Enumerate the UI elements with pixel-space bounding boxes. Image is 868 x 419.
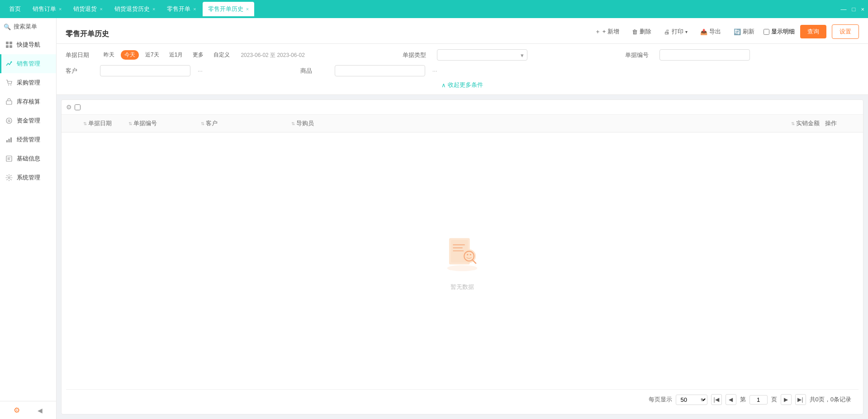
date-btn-today[interactable]: 今天 <box>121 50 139 60</box>
page-num-input[interactable] <box>749 395 768 405</box>
th-amount-label: 实销金额 <box>796 119 820 127</box>
svg-point-4 <box>11 61 12 63</box>
show-detail-checkbox[interactable]: 显示明细 <box>764 28 795 36</box>
window-maximize[interactable]: □ <box>852 6 856 13</box>
tab-retail-open-history-close[interactable]: × <box>246 6 249 12</box>
date-btn-custom[interactable]: 自定义 <box>210 50 233 60</box>
th-spacer <box>343 115 777 132</box>
date-btn-more[interactable]: 更多 <box>189 50 207 60</box>
svg-rect-3 <box>9 45 12 48</box>
select-all-checkbox[interactable] <box>75 104 81 110</box>
th-num[interactable]: ⇅ 单据编号 <box>126 115 198 132</box>
tab-sales-return[interactable]: 销货退货 × <box>68 2 108 16</box>
refresh-label: 刷新 <box>743 28 754 36</box>
doc-num-filter-label: 单据编号 <box>625 51 652 59</box>
sidebar-item-operations[interactable]: 经营管理 <box>0 130 56 149</box>
table-header: ⇅ 单据日期 ⇅ 单据编号 ⇅ 客户 ⇅ 导购员 ⇅ 实销 <box>62 115 863 132</box>
sidebar-search[interactable]: 🔍 搜索菜单 <box>0 18 56 35</box>
svg-line-22 <box>473 260 476 264</box>
svg-rect-1 <box>9 42 12 44</box>
per-page-select[interactable]: 50 100 200 <box>676 395 707 405</box>
tab-home[interactable]: 首页 <box>4 2 26 16</box>
page-label2: 页 <box>771 395 777 404</box>
basic-info-icon <box>5 155 13 163</box>
purchase-mgmt-icon <box>5 79 13 87</box>
svg-point-23 <box>467 254 468 255</box>
empty-state: 暂无数据 <box>62 132 863 389</box>
svg-rect-11 <box>10 137 12 142</box>
doc-type-select[interactable] <box>437 49 527 61</box>
per-page-label: 每页显示 <box>649 395 672 404</box>
search-icon: 🔍 <box>4 24 11 30</box>
tab-sales-return-close[interactable]: × <box>100 6 102 12</box>
last-page-btn[interactable]: ▶| <box>795 394 806 405</box>
date-btn-yesterday[interactable]: 昨天 <box>100 50 118 60</box>
tab-sales-return-history-close[interactable]: × <box>152 6 155 12</box>
sidebar-item-sales-mgmt[interactable]: 销售管理 <box>0 54 56 73</box>
tab-home-label: 首页 <box>9 5 21 13</box>
sidebar-item-sys-mgmt-label: 系统管理 <box>17 174 40 182</box>
th-amount[interactable]: ⇅ 实销金额 <box>777 115 822 132</box>
show-detail-input[interactable] <box>764 29 769 35</box>
query-button[interactable]: 查询 <box>800 25 826 38</box>
date-btn-1month[interactable]: 近1月 <box>166 50 187 60</box>
window-close[interactable]: × <box>861 6 864 13</box>
svg-point-14 <box>447 265 478 271</box>
sidebar-item-finance-label: 资金管理 <box>17 117 40 125</box>
filter-row-2: 客户 ··· 商品 ··· <box>66 65 859 76</box>
tab-sales-order-close[interactable]: × <box>59 6 62 12</box>
export-label: 导出 <box>709 28 721 36</box>
th-action-label: 操作 <box>825 119 837 127</box>
svg-point-6 <box>10 85 11 85</box>
th-customer[interactable]: ⇅ 客户 <box>198 115 289 132</box>
tab-retail-open-close[interactable]: × <box>193 6 196 12</box>
tab-sales-return-history[interactable]: 销货退货历史 × <box>109 2 161 16</box>
date-btn-7days[interactable]: 近7天 <box>142 50 163 60</box>
sidebar-collapse-btn[interactable]: ◀ <box>38 407 43 414</box>
delete-button[interactable]: 🗑 删除 <box>628 26 655 38</box>
empty-illustration <box>440 231 485 276</box>
sidebar-item-purchase-mgmt[interactable]: 采购管理 <box>0 73 56 92</box>
print-button[interactable]: 🖨 打印 ▾ <box>660 26 691 38</box>
th-checkbox <box>66 115 81 132</box>
sidebar-item-inventory[interactable]: 库存核算 <box>0 92 56 111</box>
collapse-button[interactable]: ∧ 收起更多条件 <box>66 81 859 89</box>
goods-input[interactable] <box>335 65 425 76</box>
tab-retail-open[interactable]: 零售开单 × <box>161 2 201 16</box>
prev-page-btn[interactable]: ◀ <box>726 394 736 405</box>
sidebar-item-operations-label: 经营管理 <box>17 136 40 144</box>
sidebar-settings-btn[interactable]: ⚙ <box>14 406 20 414</box>
sidebar-item-quick-nav[interactable]: 快捷导航 <box>0 35 56 54</box>
customer-input[interactable] <box>100 65 190 76</box>
table-settings-icon[interactable]: ⚙ <box>66 104 72 111</box>
add-button[interactable]: ＋ + 新增 <box>591 26 623 38</box>
th-num-sort-icon: ⇅ <box>128 121 132 126</box>
sidebar-item-finance[interactable]: 资金管理 <box>0 111 56 130</box>
sidebar-item-basic-info[interactable]: 基础信息 <box>0 149 56 168</box>
window-minimize[interactable]: — <box>841 6 847 13</box>
sidebar-item-basic-info-label: 基础信息 <box>17 155 40 163</box>
tab-sales-order-label: 销售订单 <box>33 5 56 13</box>
first-page-btn[interactable]: |◀ <box>711 394 722 405</box>
th-date[interactable]: ⇅ 单据日期 <box>81 115 126 132</box>
customer-dots[interactable]: ··· <box>198 67 203 74</box>
tab-sales-order[interactable]: 销售订单 × <box>27 2 67 16</box>
query-label: 查询 <box>807 28 819 36</box>
sidebar-item-sys-mgmt[interactable]: 系统管理 <box>0 168 56 187</box>
export-button[interactable]: 📤 导出 <box>697 26 725 38</box>
refresh-button[interactable]: 🔄 刷新 <box>730 26 758 38</box>
sidebar-item-quick-nav-label: 快捷导航 <box>17 41 40 49</box>
tab-retail-open-history[interactable]: 零售开单历史 × <box>203 2 254 16</box>
date-range: 2023-06-02 至 2023-06-02 <box>241 52 304 59</box>
inventory-icon <box>5 98 13 106</box>
goods-dots[interactable]: ··· <box>432 67 437 74</box>
th-date-label: 单据日期 <box>88 119 112 127</box>
delete-label: 删除 <box>640 28 651 36</box>
th-guide-sort-icon: ⇅ <box>291 121 295 126</box>
settings-button[interactable]: 设置 <box>832 24 859 39</box>
operations-icon <box>5 136 13 144</box>
doc-num-input[interactable] <box>659 49 750 61</box>
th-guide[interactable]: ⇅ 导购员 <box>289 115 343 132</box>
next-page-btn[interactable]: ▶ <box>781 394 792 405</box>
top-nav: 首页 销售订单 × 销货退货 × 销货退货历史 × 零售开单 × 零售开单历史 … <box>0 0 868 18</box>
